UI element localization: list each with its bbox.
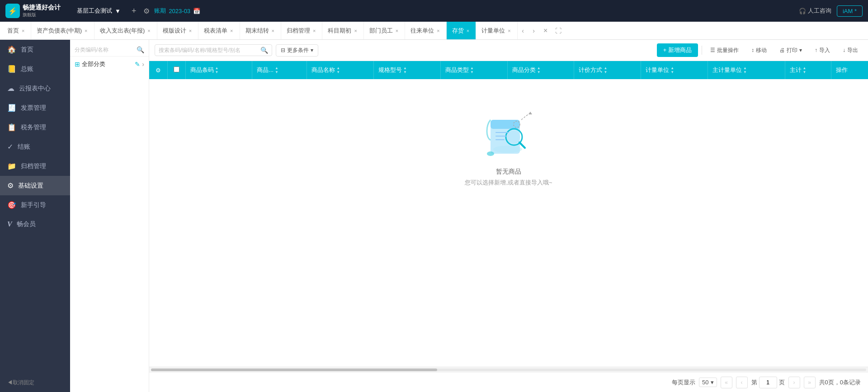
tab-income[interactable]: 收入支出表(年报) × [94, 22, 157, 40]
sidebar-item-settle[interactable]: ✓ 结账 [0, 137, 70, 156]
th-settings[interactable]: ⚙ [149, 61, 167, 79]
tab-home[interactable]: 首页 × [2, 22, 31, 40]
th-category[interactable]: 商品分类 ▲▼ [507, 61, 574, 79]
settings-icon[interactable]: ⚙ [143, 7, 150, 15]
tab-contacts-close[interactable]: × [436, 28, 440, 33]
table-container: ⚙ 商品条码 ▲▼ [149, 61, 868, 367]
export-button[interactable]: ↓ 导出 [838, 45, 863, 56]
consult-button[interactable]: 🎧 人工咨询 [799, 7, 831, 15]
category-edit-icon[interactable]: ✎ [135, 61, 140, 68]
sidebar-item-archive[interactable]: 📁 归档管理 [0, 156, 70, 176]
account-button[interactable]: iAM * [837, 5, 863, 17]
sidebar-item-home[interactable]: 🏠 首页 [0, 40, 70, 59]
page-prev-button[interactable]: ‹ [736, 377, 748, 388]
sidebar-item-member-label: 畅会员 [17, 220, 36, 228]
th-main-unit[interactable]: 主计量单位 ▲▼ [708, 61, 785, 79]
batch-button[interactable]: ☰ 批量操作 [706, 45, 743, 56]
tab-contacts[interactable]: 往来单位 × [405, 22, 446, 40]
print-icon: 🖨 [779, 47, 785, 53]
sidebar-item-basic-settings[interactable]: ⚙ 基础设置 [0, 176, 70, 195]
th-checkbox[interactable] [167, 61, 185, 79]
th-name[interactable]: 商品名称 ▲▼ [307, 61, 374, 79]
sidebar-item-invoice[interactable]: 🧾 发票管理 [0, 98, 70, 118]
header-right: 🎧 人工咨询 iAM * [799, 5, 863, 17]
sidebar-item-reports[interactable]: ☁ 云报表中心 [0, 79, 70, 98]
import-button[interactable]: ↑ 导入 [810, 45, 835, 56]
sidebar-item-invoice-label: 发票管理 [21, 104, 46, 112]
category-all-label[interactable]: 全部分类 [82, 60, 105, 68]
column-settings-icon[interactable]: ⚙ [156, 67, 161, 74]
tab-scroll-right[interactable]: › [528, 22, 539, 40]
tab-dept-staff[interactable]: 部门员工 × [364, 22, 405, 40]
tab-tax[interactable]: 税表清单 × [198, 22, 240, 40]
page-next-button[interactable]: › [788, 377, 800, 388]
main-search-icon[interactable]: 🔍 [260, 47, 268, 54]
tab-home-close[interactable]: × [21, 28, 25, 33]
page-prefix-label: 第 [751, 378, 757, 387]
sidebar-item-tax[interactable]: 📋 税务管理 [0, 118, 70, 137]
tab-subject-init-close[interactable]: × [353, 28, 358, 33]
th-spec[interactable]: 规格型号 ▲▼ [374, 61, 441, 79]
tab-tax-close[interactable]: × [229, 28, 234, 33]
app-logo-icon: ⚡ [5, 4, 20, 18]
tab-balance-sheet[interactable]: 资产负债表(中期) × [31, 22, 94, 40]
add-tab-button[interactable]: + [129, 6, 139, 16]
main-search-input[interactable] [159, 47, 258, 53]
sidebar-item-guide[interactable]: 🎯 新手引导 [0, 195, 70, 215]
horizontal-scrollbar[interactable] [149, 367, 868, 372]
th-price-method[interactable]: 计价方式 ▲▼ [574, 61, 641, 79]
guide-icon: 🎯 [7, 201, 16, 209]
tab-inventory[interactable]: 存货 × [447, 22, 476, 40]
category-search-icon[interactable]: 🔍 [137, 46, 144, 53]
sidebar-unpin-button[interactable]: ◀取消固定 [0, 373, 70, 392]
tab-period-transfer[interactable]: 期末结转 × [240, 22, 281, 40]
scrollbar-track[interactable] [151, 368, 866, 371]
th-type-label: 商品类型 [445, 66, 469, 74]
tab-period-transfer-label: 期末结转 [245, 27, 269, 35]
th-barcode[interactable]: 商品条码 ▲▼ [185, 61, 252, 79]
page-number-input[interactable] [759, 377, 777, 388]
new-product-button[interactable]: + 新增商品 [657, 43, 698, 57]
print-label: 打印 [787, 47, 797, 54]
company-selector[interactable]: 基层工会测试 ▼ [73, 5, 124, 17]
scrollbar-thumb[interactable] [151, 368, 437, 371]
filter-button[interactable]: ⊟ 更多条件 ▾ [276, 44, 318, 57]
main-layout: 🏠 首页 📒 总账 ☁ 云报表中心 🧾 发票管理 📋 税务管理 ✓ 结账 📁 归… [0, 40, 868, 392]
th-type[interactable]: 商品类型 ▲▼ [440, 61, 507, 79]
tab-scroll-left[interactable]: ‹ [518, 22, 528, 40]
th-barcode-label: 商品条码 [190, 66, 214, 74]
page-first-button[interactable]: « [721, 377, 732, 388]
calendar-icon[interactable]: 📅 [193, 8, 200, 14]
tab-inventory-close[interactable]: × [466, 28, 470, 33]
tab-archive-close[interactable]: × [312, 28, 316, 33]
tab-income-close[interactable]: × [146, 28, 151, 33]
tab-subject-init[interactable]: 科目期初 × [322, 22, 363, 40]
th-unit[interactable]: 计量单位 ▲▼ [641, 61, 708, 79]
category-search-input[interactable] [75, 47, 134, 53]
tab-template[interactable]: 模版设计 × [157, 22, 198, 40]
sort-main-unit: ▲▼ [743, 66, 747, 74]
tab-dept-staff-close[interactable]: × [395, 28, 399, 33]
th-main-count[interactable]: 主计 ▲▼ [785, 61, 831, 79]
sort-name: ▲▼ [336, 66, 340, 74]
print-button[interactable]: 🖨 打印 ▾ [775, 45, 807, 56]
right-panel: 🔍 ⊟ 更多条件 ▾ + 新增商品 ☰ 批量操作 [149, 40, 868, 392]
tab-balance-sheet-close[interactable]: × [84, 28, 88, 33]
move-button[interactable]: ↕ 移动 [747, 45, 771, 56]
select-all-checkbox[interactable] [174, 66, 179, 72]
category-collapse-icon[interactable]: › [142, 61, 144, 68]
sidebar-item-ledger[interactable]: 📒 总账 [0, 59, 70, 79]
tab-unit-close[interactable]: × [507, 28, 511, 33]
tab-unit[interactable]: 计量单位 × [476, 22, 517, 40]
tab-template-close[interactable]: × [188, 28, 193, 33]
th-code[interactable]: 商品... ▲▼ [252, 61, 307, 79]
page-size-select[interactable]: 50 ▾ [699, 378, 717, 387]
tab-fullscreen[interactable]: ⛶ [552, 22, 565, 40]
tab-close-all[interactable]: × [539, 22, 552, 40]
page-last-button[interactable]: » [804, 377, 816, 388]
tab-period-transfer-close[interactable]: × [271, 28, 275, 33]
tab-archive[interactable]: 归档管理 × [281, 22, 322, 40]
sidebar-item-member[interactable]: V 畅会员 [0, 215, 70, 234]
tab-contacts-label: 往来单位 [410, 27, 434, 35]
company-name: 基层工会测试 [77, 7, 112, 15]
